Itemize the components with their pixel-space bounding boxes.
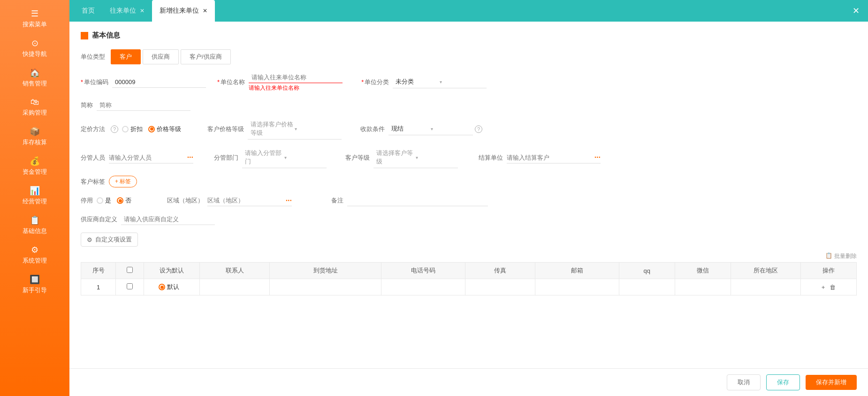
customer-level-select[interactable]: 请选择客户等级 ▾ [373, 147, 458, 168]
unit-code-label: 单位编码 [84, 78, 108, 86]
manager-row: 分管人员 ··· 分管部门 请输入分管部门 ▾ 客户等级 请选择客户等级 [81, 147, 857, 168]
disable-yes-option[interactable]: 是 [97, 196, 111, 205]
unit-type-customer-button[interactable]: 客户 [111, 49, 141, 64]
sidebar-item-basic-info[interactable]: 📋 基础信息 [0, 210, 69, 240]
unit-category-select[interactable]: 未分类 ▾ [393, 76, 487, 88]
row-email [535, 279, 619, 295]
row-wechat-input[interactable] [680, 284, 726, 291]
disable-no-option[interactable]: 否 [117, 196, 131, 205]
short-name-input[interactable] [97, 100, 190, 111]
sidebar-item-sales[interactable]: 🏠 销售管理 [0, 63, 69, 93]
sidebar-item-system[interactable]: ⚙ 系统管理 [0, 240, 69, 270]
row-contact-input[interactable] [205, 284, 265, 291]
row-region-input[interactable] [736, 284, 796, 291]
col-default: 设为默认 [144, 263, 200, 279]
unit-info-row: * 单位编码 * 单位名称 请输入往来单位名称 * 单位分类 未分类 ▾ [81, 72, 857, 92]
row-default-radio-item[interactable]: 默认 [149, 283, 189, 291]
tab-partners[interactable]: 往来单位 ✕ [102, 0, 152, 22]
close-new-partner-tab[interactable]: ✕ [203, 8, 207, 14]
pricing-level-option[interactable]: 价格等级 [148, 125, 181, 133]
manager-input[interactable] [109, 152, 184, 163]
supplier-custom-row: 供应商自定义 [81, 214, 857, 225]
unit-name-input[interactable] [249, 72, 343, 83]
sidebar-item-search[interactable]: ☰ 搜索菜单 [0, 4, 69, 33]
settlement-unit-input[interactable] [507, 152, 592, 163]
row-phone-input[interactable] [386, 284, 460, 291]
row-email-input[interactable] [540, 284, 614, 291]
unit-category-chevron-icon: ▾ [440, 79, 484, 85]
department-placeholder: 请输入分管部门 [245, 149, 284, 166]
customer-price-level-placeholder: 请选择客户价格等级 [251, 120, 295, 137]
row-address-input[interactable] [274, 284, 376, 291]
close-partners-tab[interactable]: ✕ [140, 8, 145, 14]
pricing-discount-option[interactable]: 折扣 [122, 125, 143, 133]
system-icon: ⚙ [31, 245, 38, 255]
tab-new-partner[interactable]: 新增往来单位 ✕ [152, 0, 215, 22]
settlement-unit-label: 结算单位 [479, 154, 503, 162]
pricing-discount-radio [122, 126, 129, 132]
sidebar-item-operations[interactable]: 📊 经营管理 [0, 181, 69, 210]
manager-more-button[interactable]: ··· [187, 153, 193, 162]
note-input[interactable] [347, 195, 488, 206]
row-checkbox[interactable] [127, 283, 133, 289]
sidebar-item-label: 采购管理 [23, 109, 47, 117]
pricing-help-icon[interactable]: ? [111, 125, 118, 133]
custom-settings-button[interactable]: ⚙ 自定义项设置 [81, 233, 138, 247]
add-row-button[interactable]: + [822, 284, 825, 291]
col-region: 所在地区 [731, 263, 800, 279]
select-all-checkbox[interactable] [127, 267, 133, 273]
sidebar-item-label: 新手引导 [23, 286, 47, 295]
row-phone [381, 279, 465, 295]
pricing-level-label: 价格等级 [157, 125, 181, 133]
row-fax-input[interactable] [470, 284, 530, 291]
customer-price-level-select[interactable]: 请选择客户价格等级 ▾ [248, 118, 342, 140]
payment-terms-help-icon[interactable]: ? [475, 125, 482, 133]
manager-field: 分管人员 ··· [81, 152, 193, 163]
unit-type-supplier-button[interactable]: 供应商 [143, 49, 179, 64]
supplier-custom-field: 供应商自定义 [81, 214, 215, 225]
sidebar-item-purchase[interactable]: 🛍 采购管理 [0, 93, 69, 122]
row-qq-input[interactable] [624, 284, 670, 291]
sidebar-item-finance[interactable]: 💰 资金管理 [0, 151, 69, 181]
batch-delete-button[interactable]: 批量删除 [834, 252, 857, 260]
settlement-unit-more-button[interactable]: ··· [594, 153, 601, 162]
tab-home[interactable]: 首页 [74, 0, 102, 22]
region-field: 区域（地区） ··· [167, 195, 292, 206]
sidebar-item-quick-nav[interactable]: ⊙ 快捷导航 [0, 33, 69, 63]
col-wechat: 微信 [675, 263, 731, 279]
row-checkbox-cell [116, 279, 144, 295]
department-select[interactable]: 请输入分管部门 ▾ [242, 147, 327, 168]
col-action: 操作 [800, 263, 856, 279]
unit-type-both-button[interactable]: 客户/供应商 [181, 49, 231, 64]
col-checkbox [116, 263, 144, 279]
row-qq [619, 279, 675, 295]
row-default-label: 默认 [167, 283, 179, 291]
supplier-custom-input[interactable] [121, 214, 215, 225]
unit-type-label: 单位类型 [81, 53, 105, 61]
add-tag-button[interactable]: + 标签 [109, 176, 137, 187]
payment-terms-value: 现结 [391, 124, 431, 133]
note-field: 备注 [331, 195, 488, 206]
note-label: 备注 [331, 196, 343, 205]
sidebar-item-inventory[interactable]: 📦 库存核算 [0, 122, 69, 151]
sidebar-item-guide[interactable]: 🔲 新手引导 [0, 270, 69, 299]
sidebar-item-label: 资金管理 [23, 168, 47, 176]
cancel-button[interactable]: 取消 [727, 374, 761, 390]
disable-no-radio [117, 197, 123, 204]
col-address: 到货地址 [270, 263, 381, 279]
customer-level-label: 客户等级 [345, 154, 370, 162]
region-input[interactable] [207, 195, 283, 206]
form-content: 基本信息 单位类型 客户 供应商 客户/供应商 * 单位编码 * 单位名称 [69, 22, 868, 368]
close-all-tabs-button[interactable]: ✕ [849, 4, 863, 18]
payment-terms-label: 收款条件 [360, 125, 385, 133]
payment-terms-select[interactable]: 现结 ▾ [388, 123, 473, 135]
row-fax [465, 279, 535, 295]
unit-code-input[interactable] [112, 77, 206, 88]
save-new-button[interactable]: 保存并新增 [806, 375, 857, 390]
delete-row-button[interactable]: 🗑 [830, 284, 836, 291]
region-more-button[interactable]: ··· [286, 196, 292, 205]
section-title: 基本信息 [81, 31, 857, 40]
save-button[interactable]: 保存 [766, 374, 800, 390]
table-icon: 📋 [825, 252, 832, 260]
sidebar-item-label: 库存核算 [23, 138, 47, 147]
